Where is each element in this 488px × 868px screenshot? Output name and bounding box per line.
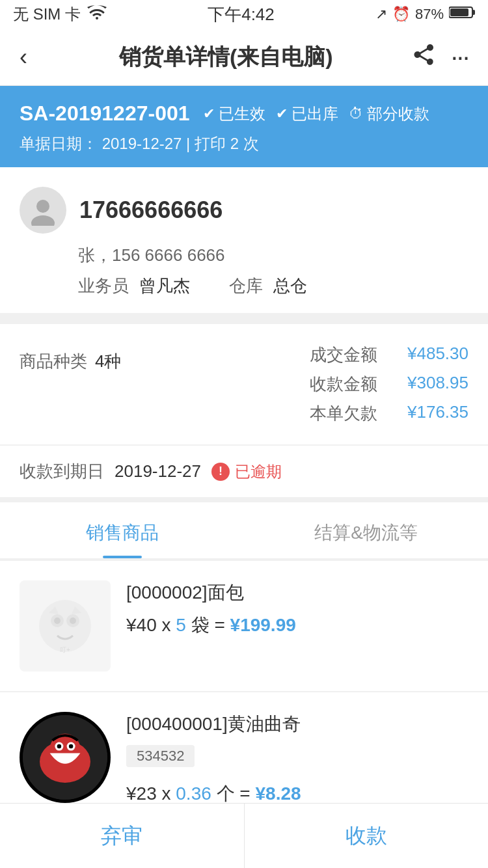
order-badges: ✔ 已生效 ✔ 已出库 ⏱ 部分收款 bbox=[203, 103, 429, 124]
due-label: 收款到期日 bbox=[20, 460, 104, 483]
stats-left: 商品种类 4种 bbox=[20, 344, 121, 373]
check-icon-1: ✔ bbox=[203, 105, 215, 122]
page-title: 销货单详情(来自电脑) bbox=[40, 42, 412, 72]
badge-activated: ✔ 已生效 bbox=[203, 103, 265, 124]
product-img-circle-2 bbox=[23, 715, 107, 800]
customer-meta: 业务员 曾凡杰 仓库 总仓 bbox=[20, 275, 468, 297]
product-card-1: 叮+ [0000002]面包 ¥40 x 5 袋 = ¥199.99 bbox=[0, 561, 488, 691]
customer-id: 17666666666 bbox=[79, 197, 223, 224]
svg-rect-2 bbox=[450, 8, 468, 16]
received-amount: 收款金额 ¥308.95 bbox=[310, 373, 468, 396]
product-image-2 bbox=[20, 712, 111, 803]
stats-section: 商品种类 4种 成交金额 ¥485.30 收款金额 ¥308.95 本单欠款 ¥… bbox=[0, 324, 488, 445]
badge-shipped: ✔ 已出库 bbox=[276, 103, 338, 124]
product-name-1: [0000002]面包 bbox=[126, 580, 468, 605]
back-button[interactable]: ‹ bbox=[20, 44, 27, 71]
tabs-bar: 销售商品 结算&物流等 bbox=[0, 502, 488, 560]
due-row: 收款到期日 2019-12-27 ! 已逾期 bbox=[20, 460, 468, 483]
wifi-icon bbox=[87, 5, 107, 23]
share-icon[interactable] bbox=[412, 43, 435, 72]
nav-bar: ‹ 销货单详情(来自电脑) ··· bbox=[0, 29, 488, 86]
kinds-value: 4种 bbox=[95, 350, 121, 373]
salesperson-label: 业务员 bbox=[78, 275, 129, 297]
check-icon-2: ✔ bbox=[276, 105, 288, 122]
due-date-value: 2019-12-27 bbox=[115, 461, 201, 481]
carrier-text: 无 SIM 卡 bbox=[13, 4, 81, 25]
svg-point-3 bbox=[36, 200, 49, 213]
overdue-icon: ! bbox=[211, 463, 230, 481]
product-qty-1: 5 bbox=[176, 615, 186, 635]
product-image-1: 叮+ bbox=[20, 580, 111, 671]
confirm-button[interactable]: 收款 bbox=[245, 804, 489, 868]
battery-icon bbox=[449, 6, 475, 23]
warehouse-value: 总仓 bbox=[273, 275, 307, 297]
location-icon: ↗ bbox=[375, 6, 387, 23]
status-bar: 无 SIM 卡 下午4:42 ↗ ⏰ 87% bbox=[0, 0, 488, 29]
product-total-1: ¥199.99 bbox=[230, 615, 296, 635]
warehouse-item: 仓库 总仓 bbox=[229, 275, 307, 297]
bottom-bar: 弃审 收款 bbox=[0, 803, 488, 868]
clock-icon: ⏱ bbox=[349, 105, 363, 122]
badge-partial-payment: ⏱ 部分收款 bbox=[349, 103, 429, 124]
owed-amount: 本单欠款 ¥176.35 bbox=[310, 402, 468, 425]
customer-section: 17666666666 张，156 6666 6666 业务员 曾凡杰 仓库 总… bbox=[0, 167, 488, 314]
svg-point-4 bbox=[31, 215, 55, 226]
order-date-row: 单据日期： 2019-12-27 | 打印 2 次 bbox=[20, 133, 468, 154]
more-icon[interactable]: ··· bbox=[451, 42, 468, 72]
due-date-section: 收款到期日 2019-12-27 ! 已逾期 bbox=[0, 445, 488, 497]
tabs-section: 销售商品 结算&物流等 叮+ bbox=[0, 497, 488, 826]
salesperson-item: 业务员 曾凡杰 bbox=[78, 275, 190, 297]
svg-point-9 bbox=[70, 617, 76, 624]
status-right: ↗ ⏰ 87% bbox=[375, 6, 475, 23]
product-total-2: ¥8.28 bbox=[255, 783, 301, 804]
status-time: 下午4:42 bbox=[208, 3, 275, 26]
salesperson-value: 曾凡杰 bbox=[139, 275, 190, 297]
order-number: SA-20191227-001 bbox=[20, 102, 190, 126]
svg-point-17 bbox=[69, 744, 74, 749]
divider-1 bbox=[0, 314, 488, 324]
cancel-button[interactable]: 弃审 bbox=[0, 804, 245, 868]
nav-actions: ··· bbox=[412, 42, 468, 72]
product-info-1: [0000002]面包 ¥40 x 5 袋 = ¥199.99 bbox=[126, 580, 468, 638]
customer-name-phone: 张，156 6666 6666 bbox=[20, 244, 468, 267]
svg-text:叮+: 叮+ bbox=[60, 646, 70, 653]
product-sku-2: 534532 bbox=[126, 745, 195, 767]
tab-settlement-logistics[interactable]: 结算&物流等 bbox=[244, 502, 488, 558]
transaction-amount: 成交金额 ¥485.30 bbox=[310, 344, 468, 366]
svg-point-16 bbox=[57, 744, 62, 749]
overdue-text: 已逾期 bbox=[235, 461, 282, 482]
product-info-2: [000400001]黄油曲奇 534532 ¥23 x 0.36 个 = ¥8… bbox=[126, 712, 468, 806]
order-header: SA-20191227-001 ✔ 已生效 ✔ 已出库 ⏱ 部分收款 单据日期：… bbox=[0, 86, 488, 167]
customer-avatar bbox=[20, 187, 66, 234]
products-list: 叮+ [0000002]面包 ¥40 x 5 袋 = ¥199.99 bbox=[0, 561, 488, 826]
product-price-1: ¥40 x 5 袋 = ¥199.99 bbox=[126, 613, 468, 638]
stats-right: 成交金额 ¥485.30 收款金额 ¥308.95 本单欠款 ¥176.35 bbox=[310, 344, 468, 425]
tab-sales-products[interactable]: 销售商品 bbox=[0, 502, 244, 558]
status-left: 无 SIM 卡 bbox=[13, 4, 107, 25]
overdue-badge: ! 已逾期 bbox=[211, 461, 282, 482]
warehouse-label: 仓库 bbox=[229, 275, 263, 297]
svg-point-8 bbox=[54, 617, 61, 624]
alarm-icon: ⏰ bbox=[392, 6, 410, 23]
product-qty-2: 0.36 bbox=[176, 783, 211, 804]
svg-rect-1 bbox=[472, 10, 475, 15]
product-kinds: 商品种类 4种 bbox=[20, 350, 121, 373]
battery-text: 87% bbox=[415, 6, 444, 23]
product-name-2: [000400001]黄油曲奇 bbox=[126, 712, 468, 737]
svg-point-5 bbox=[39, 600, 91, 652]
